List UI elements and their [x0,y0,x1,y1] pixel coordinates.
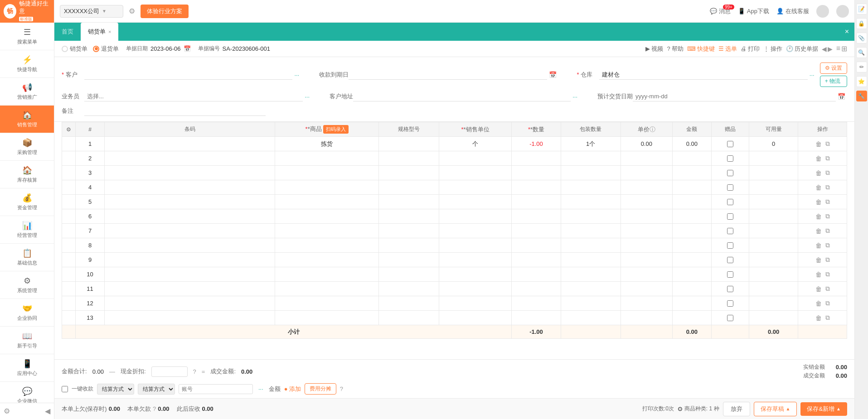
sidebar-item-wechat[interactable]: 💬 企业微信 [0,382,54,403]
sidebar-item-guide[interactable]: 📖 新手引导 [0,327,54,354]
view-list-icon[interactable]: ≡ [836,44,840,53]
row-product-cell[interactable] [275,253,379,267]
action-shortcut[interactable]: ⌨ 快捷键 [687,45,715,53]
bottom-help-icon[interactable]: ? [340,385,343,392]
expense-split-button[interactable]: 费用分摊 [305,383,336,395]
row-unit-price-cell[interactable] [621,311,672,325]
row-gift-cell[interactable] [711,166,749,180]
row-unit-cell[interactable]: 个 [439,137,512,151]
row-unit-price-cell[interactable] [621,209,672,224]
sidebar-settings-btn[interactable]: ⚙ [4,407,10,415]
row-unit-price-cell[interactable] [621,151,672,166]
row-qty-cell[interactable] [512,224,561,238]
row-copy-btn[interactable]: ⧉ [824,139,831,149]
row-copy-btn[interactable]: ⧉ [824,212,831,221]
sidebar-item-purchase[interactable]: 📦 采购管理 [0,133,54,161]
row-spec-cell[interactable] [379,151,439,166]
row-gift-cell[interactable] [711,253,749,267]
tab-close-icon[interactable]: × [108,29,111,34]
account-input[interactable] [179,384,253,394]
row-amount-cell[interactable] [672,311,711,325]
row-unit-cell[interactable] [439,151,512,166]
row-amount-cell[interactable] [672,282,711,296]
row-spec-cell[interactable] [379,238,439,253]
row-product-cell[interactable]: 拣货 [275,137,379,151]
right-panel-btn-2[interactable]: 🔒 [856,18,867,29]
right-panel-btn-5[interactable]: ✏ [856,62,867,72]
sidebar-collapse-btn[interactable]: ◀ [45,407,50,415]
logistics-button[interactable]: + 物流 [820,76,847,87]
row-copy-btn[interactable]: ⧉ [824,183,831,192]
settings-icon[interactable]: ⚙ [129,7,135,15]
row-barcode-cell[interactable] [105,282,275,296]
date-calendar-icon[interactable]: 📅 [184,45,191,52]
user-avatar2[interactable] [836,5,849,18]
row-qty-cell[interactable] [512,166,561,180]
company-selector[interactable]: XXXXXX公司 ▼ [60,5,123,18]
row-gift-cell[interactable] [711,267,749,282]
row-spec-cell[interactable] [379,180,439,195]
row-gift-cell[interactable] [711,180,749,195]
right-panel-btn-1[interactable]: 📝 [856,4,867,14]
row-unit-cell[interactable] [439,209,512,224]
row-unit-price-cell[interactable] [621,282,672,296]
row-unit-cell[interactable] [439,296,512,311]
abandon-button[interactable]: 放弃 [723,402,750,416]
right-panel-btn-3[interactable]: 📎 [856,33,867,43]
row-product-cell[interactable] [275,267,379,282]
row-barcode-cell[interactable] [105,166,275,180]
row-copy-btn[interactable]: ⧉ [824,241,831,250]
row-barcode-cell[interactable] [105,296,275,311]
sidebar-item-finance[interactable]: 💰 资金管理 [0,188,54,216]
account-more-icon[interactable]: ··· [257,385,265,392]
action-help[interactable]: ? 帮助 [667,45,683,53]
action-operate[interactable]: ⋮ 操作 [763,45,782,53]
row-unit-price-cell[interactable] [621,296,672,311]
row-barcode-cell[interactable] [105,180,275,195]
remarks-input[interactable] [84,106,266,116]
view-grid-icon[interactable]: ⊞ [841,44,847,53]
row-delete-btn[interactable]: 🗑 [815,284,823,294]
customer-addr-input[interactable] [353,92,571,101]
th-settings[interactable]: ⚙ [62,122,76,137]
addr-more-icon[interactable]: ··· [571,93,579,100]
row-amount-cell[interactable] [672,267,711,282]
expected-date-input[interactable] [633,92,836,101]
sidebar-item-sales[interactable]: 🏠 销售管理 [0,106,54,133]
row-spec-cell[interactable] [379,137,439,151]
row-unit-price-cell[interactable]: 0.00 [621,137,672,151]
action-print[interactable]: 🖨 打印 [741,45,760,53]
sidebar-item-system[interactable]: ⚙ 系统管理 [0,271,54,299]
calc-method-select2[interactable]: 结算方式 [138,384,175,395]
discount-help-icon[interactable]: ? [193,368,196,375]
row-delete-btn[interactable]: 🗑 [815,212,823,221]
row-qty-cell[interactable] [512,267,561,282]
action-video[interactable]: ▶ 视频 [645,45,663,53]
discount-input[interactable] [151,366,188,377]
sidebar-item-basic-info[interactable]: 📋 基础信息 [0,244,54,271]
row-copy-btn[interactable]: ⧉ [824,270,831,279]
sidebar-item-search[interactable]: ☰ 搜索菜单 [0,23,54,50]
row-unit-price-cell[interactable] [621,180,672,195]
row-pkg-qty-cell[interactable] [561,267,621,282]
row-barcode-cell[interactable] [105,311,275,325]
row-gift-cell[interactable] [711,137,749,151]
tab-sales-order[interactable]: 销货单 × [81,23,118,41]
radio-return[interactable]: 退货单 [93,45,119,53]
scan-button[interactable]: 扫码录入 [323,125,349,134]
online-service-btn[interactable]: 👤 在线客服 [776,7,809,15]
row-amount-cell[interactable] [672,180,711,195]
row-amount-cell[interactable] [672,238,711,253]
row-unit-cell[interactable] [439,180,512,195]
customer-more-icon[interactable]: ··· [292,72,301,78]
sidebar-item-operations[interactable]: 📊 经营管理 [0,216,54,244]
row-copy-btn[interactable]: ⧉ [824,313,831,323]
row-product-cell[interactable] [275,180,379,195]
row-qty-cell[interactable]: -1.00 [512,137,561,151]
row-product-cell[interactable] [275,238,379,253]
action-filter[interactable]: ☰ 选单 [718,45,737,53]
row-delete-btn[interactable]: 🗑 [815,197,823,207]
row-gift-cell[interactable] [711,311,749,325]
row-barcode-cell[interactable] [105,151,275,166]
row-qty-cell[interactable] [512,209,561,224]
